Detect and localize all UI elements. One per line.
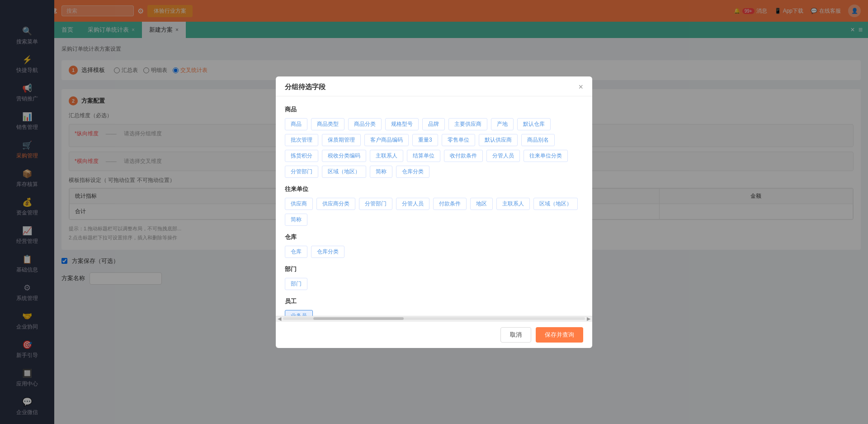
hscroll-track: [283, 317, 585, 320]
tag-supplier[interactable]: 供应商: [285, 198, 313, 210]
tag-pick-points[interactable]: 拣货积分: [285, 150, 318, 162]
tag-payment-condition[interactable]: 付款条件: [433, 198, 467, 210]
tag-main-contact[interactable]: 主联系人: [370, 150, 403, 162]
modal-overlay: 分组待选字段 × 商品 商品 商品类型 商品分类 规格型号 品牌 主要供应商 产…: [0, 0, 868, 424]
section-employee-tags: 业务员: [285, 310, 583, 316]
tag-supplier-category[interactable]: 供应商分类: [316, 198, 355, 210]
modal-close-button[interactable]: ×: [578, 83, 583, 91]
tag-spec-model[interactable]: 规格型号: [385, 118, 419, 130]
section-warehouse-title: 仓库: [285, 233, 583, 241]
section-dept-tags: 部门: [285, 278, 583, 290]
tag-tax-code[interactable]: 税收分类编码: [322, 150, 366, 162]
tag-cp-manager[interactable]: 分管人员: [396, 198, 429, 210]
tag-default-warehouse[interactable]: 默认仓库: [517, 118, 551, 130]
modal-title: 分组待选字段: [285, 83, 326, 91]
section-counterpart-title: 往来单位: [285, 185, 583, 193]
modal-body[interactable]: 商品 商品 商品类型 商品分类 规格型号 品牌 主要供应商 产地 默认仓库 批次…: [276, 96, 592, 316]
tag-batch-mgmt[interactable]: 批次管理: [285, 134, 318, 146]
section-product-tags: 商品 商品类型 商品分类 规格型号 品牌 主要供应商 产地 默认仓库 批次管理 …: [285, 118, 583, 178]
cancel-button[interactable]: 取消: [500, 327, 531, 343]
tag-settlement-unit[interactable]: 结算单位: [407, 150, 440, 162]
tag-brand[interactable]: 品牌: [422, 118, 445, 130]
tag-product-category[interactable]: 商品分类: [348, 118, 382, 130]
tag-dept[interactable]: 分管部门: [285, 166, 318, 178]
tag-weight3[interactable]: 重量3: [412, 134, 438, 146]
section-employee-title: 员工: [285, 297, 583, 305]
tag-product-type[interactable]: 商品类型: [311, 118, 344, 130]
modal-footer: 取消 保存并查询: [276, 321, 592, 348]
modal-hscroll[interactable]: ◀ ▶: [276, 316, 592, 321]
section-dept-title: 部门: [285, 265, 583, 273]
tag-department[interactable]: 部门: [285, 278, 307, 290]
tag-region[interactable]: 区域（地区）: [322, 166, 366, 178]
tag-cp-abbr[interactable]: 简称: [285, 214, 307, 226]
tag-area[interactable]: 地区: [470, 198, 493, 210]
tag-abbr[interactable]: 简称: [370, 166, 392, 178]
tag-salesperson[interactable]: 业务员: [285, 310, 313, 316]
tag-payment-terms[interactable]: 收付款条件: [444, 150, 483, 162]
tag-customer-product-code[interactable]: 客户商品编码: [364, 134, 409, 146]
hscroll-thumb: [313, 317, 404, 320]
section-counterpart-tags: 供应商 供应商分类 分管部门 分管人员 付款条件 地区 主联系人 区域（地区） …: [285, 198, 583, 226]
tag-quality-mgmt[interactable]: 保质期管理: [322, 134, 361, 146]
section-warehouse-tags: 仓库 仓库分类: [285, 246, 583, 258]
tag-manager[interactable]: 分管人员: [486, 150, 520, 162]
modal-header: 分组待选字段 ×: [276, 76, 592, 96]
tag-counterpart-category[interactable]: 往来单位分类: [524, 150, 568, 162]
modal-dialog: 分组待选字段 × 商品 商品 商品类型 商品分类 规格型号 品牌 主要供应商 产…: [276, 76, 592, 348]
tag-origin[interactable]: 产地: [491, 118, 514, 130]
confirm-button[interactable]: 保存并查询: [536, 327, 583, 343]
tag-warehouse-category[interactable]: 仓库分类: [311, 246, 344, 258]
tag-cp-region[interactable]: 区域（地区）: [533, 198, 578, 210]
tag-main-supplier[interactable]: 主要供应商: [448, 118, 487, 130]
tag-default-supplier[interactable]: 默认供应商: [479, 134, 518, 146]
tag-warehouse[interactable]: 仓库: [285, 246, 307, 258]
tag-warehouse-cat[interactable]: 仓库分类: [396, 166, 429, 178]
tag-retail-unit[interactable]: 零售单位: [442, 134, 475, 146]
tag-product-alias[interactable]: 商品别名: [521, 134, 555, 146]
section-product-title: 商品: [285, 105, 583, 114]
tag-cp-dept[interactable]: 分管部门: [359, 198, 392, 210]
tag-cp-contact[interactable]: 主联系人: [496, 198, 530, 210]
tag-product[interactable]: 商品: [285, 118, 307, 130]
